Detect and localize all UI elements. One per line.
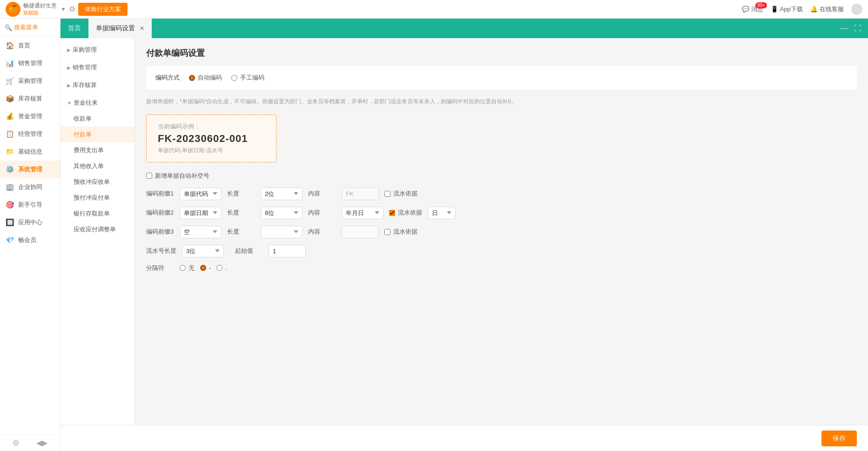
sec-group-inventory-title[interactable]: ▶ 库存核算 <box>61 77 135 93</box>
auto-encoding-label[interactable]: 自动编码 <box>189 74 222 82</box>
sec-item-receivable-adjust[interactable]: 应收应付调整单 <box>61 222 135 237</box>
sidebar-item-sales[interactable]: 📊 销售管理 <box>0 54 60 72</box>
sidebar: 🔍 搜索菜单 🏠 首页 📊 销售管理 🛒 采购管理 📦 库存核算 💰 资金管理 … <box>0 19 61 451</box>
sec-item-expense[interactable]: 费用支出单 <box>61 142 135 158</box>
prefix2-length-select[interactable]: 8位 6位 4位 <box>261 207 303 219</box>
prefix1-water-checkbox[interactable] <box>384 191 390 197</box>
prefix1-content-label: 内容 <box>308 189 336 198</box>
settings-bottom-icon[interactable]: ⚙ <box>13 438 19 447</box>
sec-group-sales-title[interactable]: ▶ 销售管理 <box>61 60 135 75</box>
prefix3-water-checkbox[interactable] <box>384 229 390 235</box>
sep-none-label[interactable]: 无 <box>180 264 195 272</box>
sidebar-item-inventory[interactable]: 📦 库存核算 <box>0 90 60 108</box>
sec-item-payment[interactable]: 付款单 <box>61 127 135 142</box>
sec-group-sales: ▶ 销售管理 <box>61 60 135 75</box>
tab-close-icon[interactable]: ✕ <box>140 25 144 32</box>
chevron-right-icon: ▶ <box>67 65 71 70</box>
search-icon: 🔍 <box>5 24 12 31</box>
sep-dash-radio[interactable] <box>200 265 206 271</box>
sep-dot-label[interactable]: . <box>216 264 227 271</box>
preview-desc: 单据代码-单据日期-流水号 <box>158 147 265 155</box>
topbar-settings-icon[interactable]: ⚙ <box>69 5 75 13</box>
tab-encoding[interactable]: 单据编码设置 ✕ <box>88 19 152 38</box>
encoding-method-label: 编码方式 <box>155 74 180 82</box>
logo: 🍊 畅捷通好生意 旗舰版 <box>6 2 57 17</box>
sidebar-item-system[interactable]: ⚙️ 系统管理 <box>0 161 60 178</box>
prefix2-label: 编码前缀2 <box>146 209 174 217</box>
sidebar-item-operations[interactable]: 📋 经营管理 <box>0 125 60 143</box>
tab-maximize-icon[interactable]: ⛶ <box>851 22 864 34</box>
member-icon: 💎 <box>6 236 14 244</box>
sidebar-item-guide[interactable]: 🎯 新手引导 <box>0 196 60 214</box>
sec-item-receipt[interactable]: 收款单 <box>61 111 135 127</box>
prefix2-water-check: 流水依据 <box>389 209 422 217</box>
tab-minimize-icon[interactable]: — <box>837 22 850 34</box>
sec-item-other-income[interactable]: 其他收入单 <box>61 158 135 174</box>
encoding-method-card: 编码方式 自动编码 手工编码 <box>146 66 857 89</box>
secondary-sidebar: ▶ 采购管理 ▶ 销售管理 ▶ 库存核算 <box>61 38 135 425</box>
prefix1-water-check: 流水依据 <box>384 189 417 198</box>
manual-encoding-label[interactable]: 手工编码 <box>231 74 264 82</box>
prefix2-day-select[interactable]: 日 月 年 <box>428 207 456 219</box>
save-button[interactable]: 保存 <box>821 431 857 446</box>
serial-length-label: 流水号长度 <box>146 247 176 255</box>
content-area: 首页 单据编码设置 ✕ — ⛶ ▶ 采购管理 <box>61 19 868 451</box>
collapse-icon[interactable]: ◀▶ <box>36 438 47 447</box>
online-service-button[interactable]: 🔔 在线客服 <box>810 5 844 13</box>
sec-group-finance-title[interactable]: ▼ 资金往来 <box>61 95 135 111</box>
sep-dash-label[interactable]: - <box>200 264 211 271</box>
sec-group-purchase-title[interactable]: ▶ 采购管理 <box>61 42 135 58</box>
sec-item-advance-payment[interactable]: 预付冲应付单 <box>61 190 135 206</box>
prefix2-content-label: 内容 <box>308 209 336 217</box>
sidebar-item-purchase[interactable]: 🛒 采购管理 <box>0 72 60 90</box>
sidebar-search[interactable]: 🔍 搜索菜单 <box>0 19 60 37</box>
serial-length-select[interactable]: 3位 4位 5位 <box>182 245 224 257</box>
auto-fill-checkbox[interactable] <box>146 173 152 179</box>
start-value-input[interactable] <box>269 245 306 257</box>
chevron-down-icon: ▼ <box>67 101 72 106</box>
message-button[interactable]: 💬 消息 99+ <box>742 5 763 13</box>
sidebar-item-finance[interactable]: 💰 资金管理 <box>0 108 60 125</box>
download-icon: 📱 <box>771 6 778 13</box>
sidebar-item-member[interactable]: 💎 畅会员 <box>0 231 60 249</box>
auto-encoding-radio[interactable] <box>189 75 195 81</box>
manual-encoding-radio[interactable] <box>231 75 237 81</box>
prefix2-content-select[interactable]: 年月日 年月 年 <box>342 207 384 219</box>
sidebar-item-home[interactable]: 🏠 首页 <box>0 37 60 54</box>
sidebar-item-basic[interactable]: 📁 基础信息 <box>0 143 60 161</box>
prefix3-length-select[interactable] <box>261 226 303 238</box>
prefix1-select[interactable]: 单据代码 部门 业务员 <box>180 188 222 200</box>
home-icon: 🏠 <box>6 41 14 50</box>
prefix3-content-label: 内容 <box>308 228 336 236</box>
apps-icon: 🔲 <box>6 218 14 227</box>
topbar-dropdown-arrow[interactable]: ▼ <box>61 6 66 13</box>
prefix2-select[interactable]: 单据日期 部门 <box>180 207 222 219</box>
purchase-icon: 🛒 <box>6 77 14 85</box>
app-download-button[interactable]: 📱 App下载 <box>771 5 803 13</box>
prefix1-row: 编码前缀1 单据代码 部门 业务员 长度 2位 3位 4位 内容 <box>146 188 857 200</box>
topbar-controls: ▼ ⚙ 体验行业方案 <box>61 3 128 16</box>
user-avatar[interactable] <box>851 4 862 15</box>
finance-icon: 💰 <box>6 112 14 121</box>
prefix1-length-select[interactable]: 2位 3位 4位 <box>261 188 303 200</box>
sep-none-radio[interactable] <box>180 265 186 271</box>
tab-home[interactable]: 首页 <box>61 19 88 38</box>
sidebar-item-apps[interactable]: 🔲 应用中心 <box>0 214 60 231</box>
prefix3-water-label: 流水依据 <box>393 228 417 236</box>
system-icon: ⚙️ <box>6 165 14 174</box>
preview-box: 当前编码示例： FK-20230602-001 单据代码-单据日期-流水号 <box>146 114 276 162</box>
sec-group-inventory: ▶ 库存核算 <box>61 77 135 93</box>
prefix3-select[interactable]: 空 部门 业务员 <box>180 226 222 238</box>
prefix2-water-checkbox[interactable] <box>389 210 395 216</box>
sec-item-bank-deposit[interactable]: 银行存取款单 <box>61 206 135 222</box>
trial-button[interactable]: 体验行业方案 <box>78 3 128 16</box>
logo-icon: 🍊 <box>6 2 20 17</box>
sep-dot-radio[interactable] <box>216 265 222 271</box>
prefix2-water-label: 流水依据 <box>398 209 422 217</box>
separator-row: 分隔符 无 - . <box>146 264 857 272</box>
tabbar-actions: — ⛶ <box>837 22 868 34</box>
sec-item-advance-receipt[interactable]: 预收冲应收单 <box>61 174 135 190</box>
auto-fill-row: 新增单据自动补空号 <box>146 172 857 180</box>
inventory-icon: 📦 <box>6 94 14 103</box>
sidebar-item-enterprise[interactable]: 🏢 企业协同 <box>0 178 60 196</box>
